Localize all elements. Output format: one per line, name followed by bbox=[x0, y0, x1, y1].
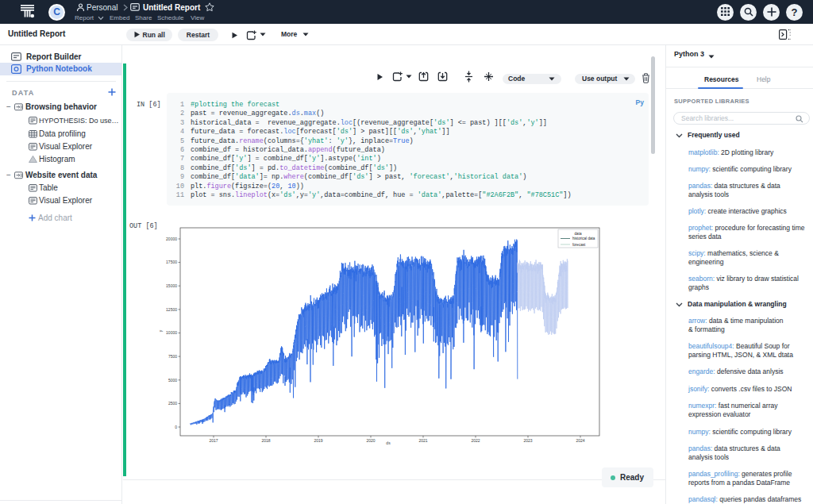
svg-text:2017: 2017 bbox=[209, 438, 218, 443]
svg-text:2022: 2022 bbox=[471, 438, 480, 443]
svg-text:data: data bbox=[575, 232, 582, 236]
svg-text:2020: 2020 bbox=[366, 438, 375, 443]
svg-text:y: y bbox=[158, 329, 163, 332]
svg-text:2018: 2018 bbox=[261, 438, 270, 443]
svg-text:ds: ds bbox=[386, 441, 391, 445]
svg-text:2024: 2024 bbox=[576, 438, 584, 443]
svg-text:forecast: forecast bbox=[572, 243, 586, 247]
svg-text:7500: 7500 bbox=[168, 354, 177, 359]
svg-text:historical data: historical data bbox=[572, 237, 595, 240]
svg-text:10000: 10000 bbox=[166, 330, 177, 335]
svg-text:2019: 2019 bbox=[314, 438, 322, 443]
svg-text:17500: 17500 bbox=[166, 260, 177, 264]
svg-text:2023: 2023 bbox=[523, 438, 532, 443]
svg-text:12500: 12500 bbox=[166, 307, 177, 312]
svg-text:2021: 2021 bbox=[418, 438, 427, 443]
svg-text:2500: 2500 bbox=[168, 401, 177, 406]
svg-text:15000: 15000 bbox=[166, 283, 177, 288]
svg-text:0: 0 bbox=[175, 425, 177, 429]
svg-text:5000: 5000 bbox=[168, 378, 177, 383]
svg-text:20000: 20000 bbox=[166, 237, 177, 241]
